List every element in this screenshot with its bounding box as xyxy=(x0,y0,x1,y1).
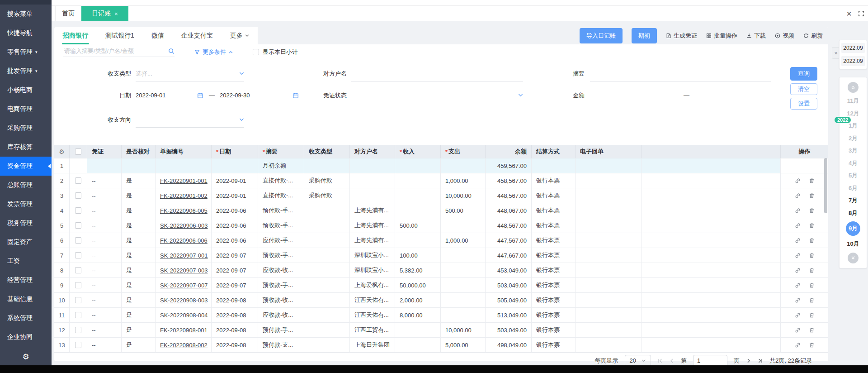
date-from-field[interactable]: 2022-09-01 xyxy=(136,88,203,103)
tab-home[interactable]: 首页 xyxy=(55,6,81,21)
trash-icon[interactable] xyxy=(809,193,815,199)
sidebar-item[interactable]: 库存核算 xyxy=(0,138,52,157)
play-button[interactable]: 视频 xyxy=(775,32,794,40)
link-icon[interactable] xyxy=(795,193,801,199)
trash-icon[interactable] xyxy=(809,342,815,348)
tab-close-icon[interactable]: × xyxy=(114,10,118,17)
doc-link[interactable]: FK-20220908-001 xyxy=(160,327,208,334)
sidebar-item[interactable]: 总账管理 xyxy=(0,176,52,195)
settings-gear-icon[interactable]: ⚙ xyxy=(0,352,52,362)
daily-subtotal-toggle[interactable]: 显示本日小计 xyxy=(253,48,298,56)
trash-icon[interactable] xyxy=(809,253,815,258)
month-item[interactable]: 5月 xyxy=(849,172,858,180)
sidebar-item[interactable]: 资金管理 xyxy=(0,157,52,176)
row-checkbox[interactable] xyxy=(75,267,81,273)
voucher-status-select[interactable] xyxy=(351,88,523,103)
doc-link[interactable]: FK-20220901-002 xyxy=(160,192,208,199)
trash-icon[interactable] xyxy=(809,327,815,333)
scroll-down-icon[interactable] xyxy=(848,253,859,263)
period-item[interactable]: 2022.09 xyxy=(841,43,865,53)
amount-min-input[interactable] xyxy=(590,88,678,103)
doc-link[interactable]: FK-20220906-006 xyxy=(160,237,208,244)
month-item[interactable]: 1月 xyxy=(849,122,858,130)
row-checkbox[interactable] xyxy=(75,177,81,184)
search-icon[interactable] xyxy=(168,48,175,54)
query-button[interactable]: 查询 xyxy=(790,67,817,81)
doc-link[interactable]: SK-20220908-003 xyxy=(160,297,208,304)
sidebar-item[interactable]: 搜索菜单 xyxy=(0,5,52,24)
month-item[interactable]: 10月 xyxy=(847,240,859,248)
bank-tab[interactable]: 微信 xyxy=(143,27,173,44)
trash-icon[interactable] xyxy=(809,208,815,214)
last-page-icon[interactable] xyxy=(758,358,763,363)
gear-icon[interactable]: ⚙ xyxy=(59,148,65,155)
link-icon[interactable] xyxy=(795,342,801,348)
sidebar-item[interactable]: 工资 xyxy=(0,252,52,271)
trash-icon[interactable] xyxy=(809,282,815,288)
doc-link[interactable]: SK-20220907-003 xyxy=(160,267,208,274)
date-to-field[interactable]: 2022-09-30 xyxy=(220,88,299,103)
trash-icon[interactable] xyxy=(809,312,815,318)
link-icon[interactable] xyxy=(795,282,801,288)
voucher-button[interactable]: 生成凭证 xyxy=(666,32,697,40)
download-button[interactable]: 下载 xyxy=(746,32,766,40)
doc-link[interactable]: FK-20220906-005 xyxy=(160,207,208,214)
row-checkbox[interactable] xyxy=(75,207,81,214)
sidebar-item[interactable]: 批发管理▾ xyxy=(0,62,52,81)
bank-tab[interactable]: 测试银行1 xyxy=(97,27,143,44)
link-icon[interactable] xyxy=(795,268,801,273)
bank-tab[interactable]: 企业支付宝 xyxy=(173,27,222,44)
sidebar-item[interactable]: 基础信息 xyxy=(0,290,52,309)
row-checkbox[interactable] xyxy=(75,192,81,199)
row-checkbox[interactable] xyxy=(75,312,81,318)
fullscreen-icon[interactable] xyxy=(858,10,864,17)
summary-input[interactable] xyxy=(590,66,771,81)
row-checkbox[interactable] xyxy=(75,222,81,229)
clear-button[interactable]: 清空 xyxy=(790,83,817,95)
month-item[interactable]: 8月 xyxy=(849,209,858,217)
more-conditions-toggle[interactable]: 更多条件 xyxy=(194,48,233,56)
link-icon[interactable] xyxy=(795,297,801,303)
prev-page-icon[interactable] xyxy=(669,358,675,363)
trash-icon[interactable] xyxy=(809,297,815,303)
doc-link[interactable]: FK-20220908-002 xyxy=(160,342,208,349)
month-item[interactable]: 9月 xyxy=(846,221,860,236)
select-all-checkbox[interactable] xyxy=(75,148,81,155)
daily-subtotal-checkbox[interactable] xyxy=(253,49,259,55)
month-item[interactable]: 2月 xyxy=(849,134,858,143)
row-checkbox[interactable] xyxy=(75,282,81,288)
tab-journal[interactable]: 日记账 × xyxy=(81,6,128,21)
link-icon[interactable] xyxy=(795,312,801,318)
row-checkbox[interactable] xyxy=(75,237,81,244)
grid-button[interactable]: 批量操作 xyxy=(706,32,737,40)
row-checkbox[interactable] xyxy=(75,297,81,303)
link-icon[interactable] xyxy=(795,238,801,244)
trash-icon[interactable] xyxy=(809,238,815,244)
doc-link[interactable]: SK-20220906-003 xyxy=(160,222,208,229)
month-item[interactable]: 4月 xyxy=(849,159,858,167)
close-icon[interactable]: × xyxy=(846,9,852,18)
page-input[interactable] xyxy=(693,355,727,367)
opening-balance-button[interactable]: 期初 xyxy=(632,28,657,43)
sidebar-item[interactable]: 零售管理▾ xyxy=(0,43,52,62)
period-item[interactable]: 2022.09 xyxy=(841,56,865,66)
direction-select[interactable] xyxy=(136,112,244,128)
month-item[interactable]: 3月 xyxy=(849,147,858,155)
settings-button[interactable]: 设置 xyxy=(790,98,817,110)
sidebar-item[interactable]: 税务管理 xyxy=(0,214,52,233)
refresh-button[interactable]: 刷新 xyxy=(803,32,823,40)
link-icon[interactable] xyxy=(795,223,801,229)
doc-link[interactable]: SK-20220907-001 xyxy=(160,252,208,259)
month-item[interactable]: 12月 xyxy=(847,110,859,118)
trash-icon[interactable] xyxy=(809,178,815,184)
vertical-scrollbar[interactable] xyxy=(824,158,827,213)
next-page-icon[interactable] xyxy=(746,358,751,363)
sidebar-item[interactable]: 系统管理 xyxy=(0,309,52,328)
first-page-icon[interactable] xyxy=(657,358,663,363)
scroll-up-icon[interactable] xyxy=(848,82,859,93)
month-item[interactable]: 6月 xyxy=(849,184,858,192)
doc-link[interactable]: SK-20220907-007 xyxy=(160,282,208,289)
doc-link[interactable]: SK-20220908-004 xyxy=(160,312,208,319)
sidebar-item[interactable]: 采购管理 xyxy=(0,119,52,138)
sidebar-item[interactable]: 快捷导航 xyxy=(0,24,52,43)
